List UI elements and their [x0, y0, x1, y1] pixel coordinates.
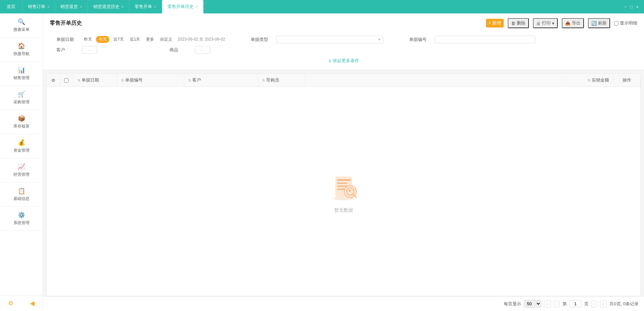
- delete-icon: 🗑: [511, 21, 515, 26]
- tab-close-retail-open-history[interactable]: ×: [196, 5, 198, 9]
- delete-button[interactable]: 🗑 删除: [508, 18, 529, 28]
- sidebar-item-basic[interactable]: 📋 基础信息: [0, 183, 43, 207]
- sidebar-item-finance[interactable]: 💰 资金管理: [0, 134, 43, 158]
- type-filter-dropdown-icon: ▾: [378, 37, 381, 42]
- sidebar-bottom: ⚙ ◀: [0, 295, 43, 311]
- page-header: 零售开单历史 + 新增 🗑 删除 🖨 打印 ▾ 📤 导出: [43, 13, 644, 70]
- date-filter-label: 单据日期: [56, 37, 77, 43]
- tab-close-retail-open[interactable]: ×: [154, 5, 156, 9]
- date-btn-more[interactable]: 更多: [144, 36, 156, 43]
- empty-text: 暂无数据: [334, 207, 353, 213]
- print-dropdown-icon: ▾: [552, 21, 554, 26]
- sidebar-item-system[interactable]: ⚙️ 系统管理: [0, 207, 43, 231]
- top-bar: 首页销售订单×销货退货×销货退货历史×零售开单×零售开单历史× − □ ×: [0, 0, 644, 13]
- th-checkbox-col: [60, 75, 73, 86]
- sidebar: 🔍 搜索采单 🏠 快捷导航 📊 销售管理 🛒 采购管理 📦 库存核算 💰 资金管…: [0, 13, 43, 311]
- add-button[interactable]: + 新增: [486, 19, 504, 28]
- th-amount: ⇅ 实销金额: [566, 74, 613, 87]
- sidebar-label-purchase: 采购管理: [13, 99, 30, 105]
- sidebar-collapse-icon[interactable]: ◀: [30, 300, 35, 307]
- table-header: ⚙ ⇅ 单据日期 ⇅ 单据编号 ⇅ 客户 ⇅: [47, 74, 640, 87]
- prev-page-btn[interactable]: ‹: [554, 301, 560, 307]
- window-max-btn[interactable]: □: [630, 4, 633, 9]
- sidebar-icon-inventory: 📦: [18, 115, 25, 122]
- select-all-checkbox[interactable]: [64, 78, 68, 83]
- sidebar-label-sales: 销售管理: [13, 75, 30, 81]
- refresh-icon: 🔄: [591, 21, 597, 26]
- th-sort-icon[interactable]: ⇅: [78, 79, 80, 82]
- date-btn-1month[interactable]: 近1月: [128, 36, 142, 43]
- filter-area: 单据日期 昨天 今天 近7天 近1月 更多 自定义 2023-06-02 至 2…: [50, 32, 637, 70]
- window-close-btn[interactable]: ×: [636, 4, 639, 9]
- th-sort-icon-4[interactable]: ⇅: [262, 79, 265, 82]
- sidebar-item-search[interactable]: 🔍 搜索采单: [0, 13, 43, 38]
- svg-rect-5: [337, 189, 345, 190]
- sidebar-label-system: 系统管理: [13, 220, 30, 226]
- sidebar-icon-nav: 🏠: [18, 42, 25, 50]
- tab-retail-open-history[interactable]: 零售开单历史×: [162, 0, 203, 13]
- page-label: 第: [562, 301, 567, 307]
- customer-filter-select[interactable]: ···: [82, 46, 97, 54]
- th-sort-icon-5[interactable]: ⇅: [588, 79, 590, 82]
- date-btn-today[interactable]: 今天: [96, 36, 109, 43]
- tab-sales-return-history[interactable]: 销货退货历史×: [88, 0, 129, 13]
- sidebar-item-inventory[interactable]: 📦 库存核算: [0, 110, 43, 134]
- sidebar-item-nav[interactable]: 🏠 快捷导航: [0, 38, 43, 62]
- first-page-btn[interactable]: «: [544, 301, 551, 307]
- per-page-label: 每页显示: [504, 301, 521, 307]
- per-page-select[interactable]: 50 10 20 100: [524, 300, 541, 308]
- display-detail-checkbox[interactable]: [614, 21, 618, 25]
- window-min-btn[interactable]: −: [624, 4, 627, 9]
- date-btn-7days[interactable]: 近7天: [111, 36, 126, 43]
- th-middle: [305, 77, 566, 84]
- pagination-bar: 每页显示 50 10 20 100 « ‹ 第 页 › » 共0页, 0条记录: [43, 296, 644, 311]
- sidebar-settings-icon[interactable]: ⚙: [8, 300, 13, 307]
- display-detail-toggle[interactable]: 显示明细: [614, 20, 637, 26]
- page-title-row: 零售开单历史 + 新增 🗑 删除 🖨 打印 ▾ 📤 导出: [50, 18, 637, 28]
- empty-icon: [327, 170, 360, 203]
- empty-state: 暂无数据: [47, 87, 640, 296]
- th-sort-icon-2[interactable]: ⇅: [121, 79, 124, 82]
- tab-close-sales-order[interactable]: ×: [47, 5, 49, 9]
- sidebar-item-sales[interactable]: 📊 销售管理: [0, 62, 43, 86]
- type-filter-select[interactable]: ▾: [276, 36, 384, 43]
- th-date: ⇅ 单据日期: [73, 74, 117, 87]
- collapse-icon: ∧: [328, 58, 332, 63]
- page-title: 零售开单历史: [50, 20, 82, 27]
- sidebar-label-operation: 经营管理: [13, 172, 30, 177]
- page-suffix: 页: [584, 301, 589, 307]
- print-button[interactable]: 🖨 打印 ▾: [533, 18, 558, 28]
- tab-retail-open[interactable]: 零售开单×: [129, 0, 162, 13]
- date-btn-custom[interactable]: 自定义: [158, 36, 174, 43]
- tab-home[interactable]: 首页: [0, 0, 22, 13]
- tab-close-sales-return-history[interactable]: ×: [121, 5, 123, 9]
- tab-sales-return[interactable]: 销货退货×: [55, 0, 88, 13]
- refresh-button[interactable]: 🔄 刷新: [588, 18, 610, 28]
- number-filter-label: 单据编号: [409, 37, 429, 43]
- th-settings[interactable]: ⚙: [47, 74, 60, 86]
- th-number: ⇅ 单据编号: [117, 74, 184, 87]
- page-input[interactable]: [569, 300, 582, 307]
- sidebar-label-finance: 资金管理: [13, 148, 30, 153]
- tab-close-sales-return[interactable]: ×: [80, 5, 82, 9]
- sidebar-label-inventory: 库存核算: [13, 123, 30, 129]
- export-button[interactable]: 📤 导出: [562, 18, 584, 28]
- collapse-filter-btn[interactable]: ∧ 收起更多条件: [56, 56, 631, 66]
- number-filter-input[interactable]: [435, 36, 535, 43]
- date-btn-yesterday[interactable]: 昨天: [82, 36, 94, 43]
- th-customer: ⇅ 客户: [184, 74, 258, 87]
- last-page-btn[interactable]: »: [600, 301, 607, 307]
- sidebar-icon-search: 🔍: [18, 18, 25, 25]
- next-page-btn[interactable]: ›: [591, 301, 597, 307]
- th-sort-icon-3[interactable]: ⇅: [188, 79, 191, 82]
- tab-sales-order[interactable]: 销售订单×: [22, 0, 55, 13]
- sidebar-label-nav: 快捷导航: [13, 51, 30, 57]
- sidebar-item-operation[interactable]: 📈 经营管理: [0, 158, 43, 183]
- window-controls: − □ ×: [619, 4, 644, 9]
- goods-filter-select[interactable]: ···: [195, 46, 210, 54]
- export-icon: 📤: [565, 21, 571, 26]
- svg-point-9: [349, 190, 351, 192]
- sidebar-item-purchase[interactable]: 🛒 采购管理: [0, 86, 43, 110]
- type-filter-label: 单据类型: [251, 37, 271, 43]
- sidebar-icon-finance: 💰: [18, 139, 25, 146]
